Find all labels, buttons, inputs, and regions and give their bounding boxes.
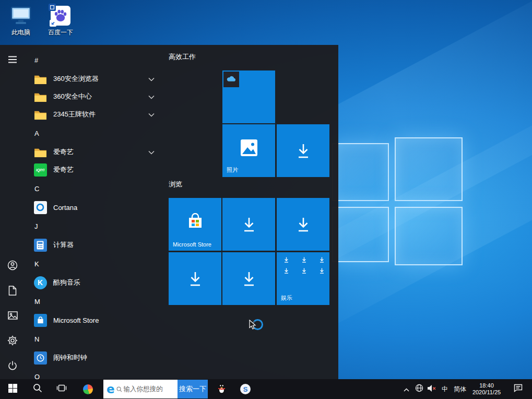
ime-mode-button[interactable]: 中 [439,379,451,399]
this-pc-icon [10,5,32,26]
tile-group-title[interactable]: 高效工作 [169,52,196,62]
pinwheel-browser-icon [83,384,93,394]
app-item-label: 闹钟和时钟 [53,353,87,362]
pictures-icon [8,311,18,322]
settings-button[interactable] [0,329,25,354]
pinned-browser-button[interactable] [76,379,99,399]
iqiyi-icon: iQIYI [33,163,47,177]
app-section-header[interactable]: O [25,367,162,379]
windows-logo-pane [332,143,389,201]
app-item-iqiyi[interactable]: iQIYI 爱奇艺 [25,161,162,179]
chevron-down-icon[interactable] [148,148,155,156]
app-item-2345[interactable]: 2345王牌软件 [25,105,162,123]
app-section-header[interactable]: J [25,216,162,236]
chevron-down-icon[interactable] [148,75,155,83]
app-item-kugou[interactable]: K 酷狗音乐 [25,274,162,291]
power-button[interactable] [0,354,25,379]
action-center-button[interactable] [507,379,528,399]
tile-onedrive[interactable] [223,72,239,87]
tile-microsoft-store[interactable]: Microsoft Store [169,198,221,251]
folder-icon [33,72,47,86]
expand-menu-button[interactable] [0,48,25,73]
store-icon [33,313,47,327]
tile-download-placeholder[interactable] [277,198,329,251]
app-item-label: 酷狗音乐 [53,278,80,287]
tile-group-title[interactable]: 浏览 [169,180,182,189]
taskbar-search-button[interactable] [26,379,49,399]
tile-download-placeholder[interactable] [222,198,275,251]
cortana-icon [33,201,47,214]
app-item-calculator[interactable]: 计算器 [25,236,162,254]
desktop-icon-baidu[interactable]: 百度一下 [44,5,77,37]
account-icon [7,260,18,273]
clock-button[interactable]: 18:40 2020/11/25 [470,379,503,399]
tile-download-placeholder[interactable] [222,252,275,305]
app-item-alarms-clock[interactable]: 闹钟和时钟 [25,349,162,367]
app-section-header[interactable]: C [25,179,162,198]
qq-button[interactable] [211,379,232,399]
search-field-icon [116,386,122,392]
onedrive-cloud-icon [226,75,237,84]
globe-network-icon [415,384,423,394]
account-button[interactable] [0,254,25,279]
task-view-button[interactable] [50,379,73,399]
kugou-icon: K [33,276,47,289]
tile-photos[interactable]: 照片 [222,124,275,177]
windows-desktop: 此电脑 百度一下 [0,0,532,399]
windows-logo-icon [8,384,17,395]
tray-overflow-button[interactable] [400,379,412,399]
volume-button[interactable] [425,379,439,399]
app-item-label: 计算器 [53,240,74,250]
web-search-go-button[interactable]: 搜索一下 [178,380,208,398]
folder-icon [33,145,47,159]
app-section-header[interactable]: N [25,329,162,349]
start-menu-rail [0,45,25,379]
search-icon [33,383,42,395]
qq-penguin-icon [217,383,227,396]
pictures-button[interactable] [0,304,25,329]
sogou-icon: S [240,384,251,394]
desktop-icon-this-pc[interactable]: 此电脑 [4,5,38,37]
sogou-button[interactable]: S [235,379,256,399]
app-item-label: 爱奇艺 [53,165,74,174]
folder-icon [33,90,47,103]
app-item-360-browser[interactable]: 360安全浏览器 [25,70,162,88]
edge-icon[interactable]: e [107,383,115,395]
taskbar-web-search-box[interactable]: e [103,380,178,398]
tile-label: 娱乐 [281,294,292,302]
tray-time: 18:40 [479,382,494,389]
tile-download-placeholder[interactable] [277,124,329,177]
tile-label: 照片 [227,166,238,174]
network-button[interactable] [413,379,425,399]
mini-download-arrows [282,256,326,274]
windows-logo-pane [395,207,463,265]
baidu-mini-badge [49,4,56,11]
download-arrow-icon [169,252,221,305]
tray-date: 2020/11/25 [472,389,501,396]
app-item-360-center[interactable]: 360安全中心 [25,88,162,105]
power-icon [7,360,18,373]
mouse-cursor [249,320,256,332]
app-section-header[interactable]: K [25,254,162,274]
app-item-iqiyi-folder[interactable]: 爱奇艺 [25,143,162,161]
tile-entertainment-folder[interactable]: 娱乐 [277,252,329,305]
app-item-label: 360安全中心 [53,92,92,101]
app-item-cortana[interactable]: Cortana [25,198,162,216]
app-item-label: 2345王牌软件 [53,110,96,119]
chevron-up-icon [404,384,409,394]
app-item-label: Microsoft Store [53,316,99,324]
app-item-microsoft-store[interactable]: Microsoft Store [25,311,162,329]
chevron-down-icon[interactable] [148,111,155,119]
folder-icon [33,108,47,121]
start-button[interactable] [0,379,25,399]
app-section-header[interactable]: M [25,291,162,311]
ime-language-button[interactable]: 简体 [451,379,469,399]
download-arrow-icon [222,252,275,305]
app-section-header[interactable]: A [25,123,162,143]
documents-button[interactable] [0,279,25,304]
calculator-icon [33,238,47,252]
chevron-down-icon[interactable] [148,93,155,101]
tile-download-placeholder[interactable] [169,252,221,305]
app-section-header[interactable]: # [25,50,162,70]
web-search-input[interactable] [124,385,176,393]
